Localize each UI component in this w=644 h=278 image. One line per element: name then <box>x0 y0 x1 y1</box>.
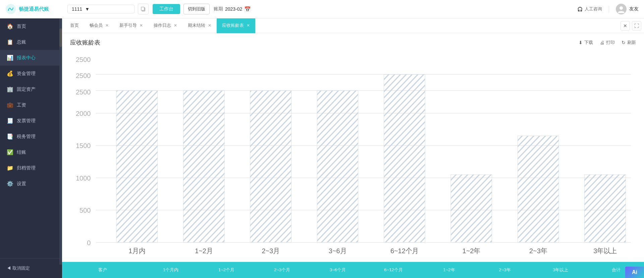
sidebar-item-home[interactable]: 🏠首页 <box>0 18 62 34</box>
table-header: 客户1个月内1~2个月2~3个月3~6个月6~12个月1~2年2~3年3年以上合… <box>62 262 644 278</box>
service-button[interactable]: 🎧 人工咨询 <box>577 6 602 12</box>
tab-aging[interactable]: 应收账龄表✕ <box>217 18 255 33</box>
nav-label-funds: 资金管理 <box>17 71 36 77</box>
divider <box>609 6 609 12</box>
svg-text:2500: 2500 <box>76 88 91 96</box>
nav-icon-invoice: 🧾 <box>7 118 13 124</box>
th-2~3年: 2~3年 <box>477 267 533 273</box>
sidebar-item-assets[interactable]: 🏢固定资产 <box>0 81 62 97</box>
svg-text:0: 0 <box>87 239 91 247</box>
tab-close-member[interactable]: ✕ <box>105 23 109 28</box>
svg-text:6~12个月: 6~12个月 <box>390 247 419 255</box>
tab-close-guide[interactable]: ✕ <box>140 23 143 28</box>
nav-label-assets: 固定资产 <box>17 86 36 92</box>
page-header: 应收账龄表 ⬇ 下载 🖨 打印 ↻ 刷新 <box>62 33 644 51</box>
user-area[interactable]: 友友 <box>616 4 639 14</box>
copy-button[interactable] <box>138 4 149 14</box>
tab-label-closing: 期末结转 <box>188 22 205 28</box>
headset-icon: 🎧 <box>577 7 583 12</box>
tab-closing[interactable]: 期末结转✕ <box>182 18 217 33</box>
svg-text:1000: 1000 <box>76 174 91 182</box>
chevron-down-icon: ▼ <box>85 6 90 12</box>
page-content: 应收账龄表 ⬇ 下载 🖨 打印 ↻ 刷新 <box>62 33 644 278</box>
header-right: 🎧 人工咨询 友友 <box>577 4 639 14</box>
tab-label-member: 畅会员 <box>90 22 103 28</box>
sidebar-item-archive[interactable]: 📁归档管理 <box>0 160 62 176</box>
svg-text:2000: 2000 <box>76 110 91 117</box>
svg-rect-27 <box>518 136 559 242</box>
tab-close-aging[interactable]: ✕ <box>247 23 250 28</box>
tab-close-closing[interactable]: ✕ <box>208 23 211 28</box>
nav-label-salary: 工资 <box>17 102 26 108</box>
sidebar-item-tax[interactable]: 📑税务管理 <box>0 129 62 144</box>
sidebar-item-ledger[interactable]: 📋总账 <box>0 34 62 50</box>
download-icon: ⬇ <box>579 40 583 45</box>
svg-rect-3 <box>141 7 144 10</box>
download-button[interactable]: ⬇ 下载 <box>579 40 593 46</box>
svg-text:1月内: 1月内 <box>128 247 145 255</box>
page-title: 应收账龄表 <box>70 39 100 47</box>
sidebar-nav: 🏠首页📋总账📊报表中心💰资金管理🏢固定资产💼工资🧾发票管理📑税务管理✅结账📁归档… <box>0 18 62 258</box>
svg-text:2~3年: 2~3年 <box>529 247 547 255</box>
svg-rect-24 <box>317 90 358 242</box>
tab-oplog[interactable]: 操作日志✕ <box>148 18 182 33</box>
tab-label-oplog: 操作日志 <box>154 22 171 28</box>
refresh-button[interactable]: ↻ 刷新 <box>622 40 636 46</box>
logo-icon <box>5 4 16 14</box>
th-3~6个月: 3~6个月 <box>310 267 366 273</box>
main-layout: 🏠首页📋总账📊报表中心💰资金管理🏢固定资产💼工资🧾发票管理📑税务管理✅结账📁归档… <box>0 18 644 278</box>
top-header: 畅捷通易代账 1111 ▼ 工作台 切到旧版 账期 2023-02 📅 🎧 人工… <box>0 0 644 18</box>
unpin-button[interactable]: ◀ 取消固定 <box>0 262 62 275</box>
th-1~2年: 1~2年 <box>421 267 477 273</box>
tab-member[interactable]: 畅会员✕ <box>84 18 114 33</box>
period-area: 账期 2023-02 📅 <box>214 6 251 12</box>
svg-rect-22 <box>183 90 224 242</box>
calendar-icon[interactable]: 📅 <box>244 6 251 12</box>
tab-label-home: 首页 <box>70 22 79 28</box>
sidebar-item-funds[interactable]: 💰资金管理 <box>0 66 62 81</box>
nav-icon-reports: 📊 <box>7 55 13 61</box>
print-button[interactable]: 🖨 打印 <box>600 40 615 46</box>
svg-text:3年以上: 3年以上 <box>593 247 617 255</box>
sidebar-bottom: ◀ 取消固定 <box>0 258 62 278</box>
sidebar-item-reports[interactable]: 📊报表中心 <box>0 50 62 66</box>
th-6~12个月: 6~12个月 <box>366 267 421 273</box>
svg-text:500: 500 <box>79 207 91 214</box>
nav-label-ledger: 总账 <box>17 39 26 45</box>
chart-area: 0 500 1000 1500 2000 2500 2500 2500 <box>62 51 644 262</box>
sidebar-item-invoice[interactable]: 🧾发票管理 <box>0 113 62 129</box>
workspace-button[interactable]: 工作台 <box>153 4 180 14</box>
switch-version-button[interactable]: 切到旧版 <box>183 4 210 14</box>
nav-icon-archive: 📁 <box>7 165 13 171</box>
close-tab-button[interactable]: ✕ <box>621 21 630 30</box>
svg-rect-28 <box>585 175 626 242</box>
sidebar-item-settings[interactable]: ⚙️设置 <box>0 176 62 192</box>
svg-rect-23 <box>250 90 291 242</box>
page-actions: ⬇ 下载 🖨 打印 ↻ 刷新 <box>579 40 636 46</box>
expand-tab-button[interactable]: ⛶ <box>632 21 641 30</box>
nav-icon-home: 🏠 <box>7 23 13 29</box>
sidebar-item-closing[interactable]: ✅结账 <box>0 144 62 160</box>
ai-badge[interactable]: Ai <box>625 267 644 278</box>
company-selector[interactable]: 1111 ▼ <box>67 5 135 13</box>
th-客户: 客户 <box>62 267 143 273</box>
bar-chart: 0 500 1000 1500 2000 2500 2500 2500 <box>70 54 636 259</box>
period-label: 账期 <box>214 6 223 12</box>
nav-label-archive: 归档管理 <box>17 165 36 171</box>
nav-icon-settings: ⚙️ <box>7 181 13 187</box>
tab-home[interactable]: 首页 <box>65 18 84 33</box>
tab-bar: 首页畅会员✕新手引导✕操作日志✕期末结转✕应收账龄表✕ ✕ ⛶ <box>62 18 644 33</box>
tab-actions: ✕ ⛶ <box>621 21 641 30</box>
svg-rect-26 <box>451 175 492 242</box>
nav-label-tax: 税务管理 <box>17 134 36 140</box>
sidebar-item-salary[interactable]: 💼工资 <box>0 97 62 113</box>
th-1~2个月: 1~2个月 <box>199 267 254 273</box>
th-2~3个月: 2~3个月 <box>254 267 310 273</box>
nav-label-closing: 结账 <box>17 149 26 155</box>
period-value: 2023-02 <box>225 6 242 12</box>
tab-guide[interactable]: 新手引导✕ <box>114 18 148 33</box>
company-name: 1111 <box>72 6 82 12</box>
logo-text: 畅捷通易代账 <box>19 6 49 12</box>
tab-close-oplog[interactable]: ✕ <box>174 23 177 28</box>
svg-text:1~2年: 1~2年 <box>463 247 480 255</box>
